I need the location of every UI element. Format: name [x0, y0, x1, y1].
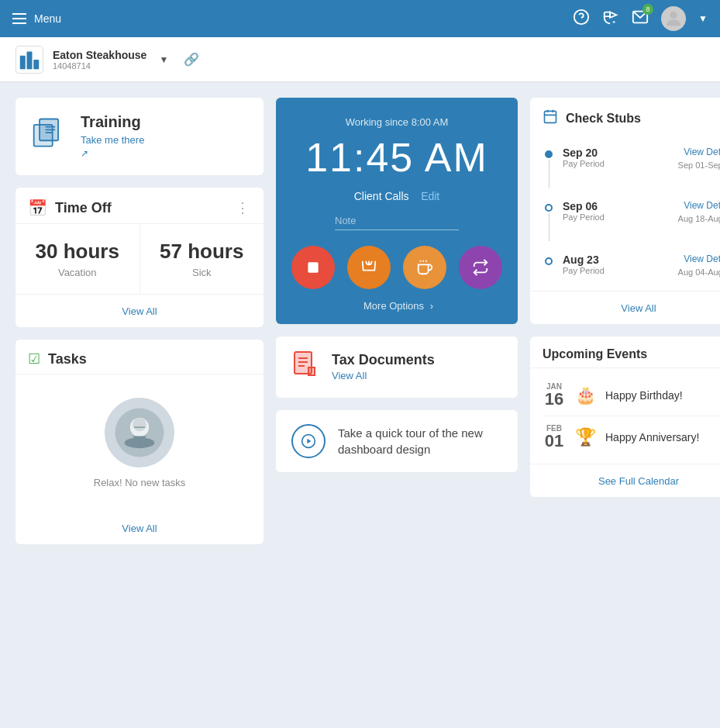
help-icon[interactable] — [573, 9, 590, 29]
see-full-calendar-link[interactable]: See Full Calendar — [598, 475, 679, 487]
company-logo — [16, 46, 43, 74]
checkstubs-viewall: View All — [530, 291, 720, 324]
stub-info-2: Sep 06 Pay Period — [563, 200, 605, 225]
stub-timeline-1 — [543, 147, 555, 188]
timeoff-viewall-link[interactable]: View All — [122, 305, 157, 317]
tasks-empty-text: Relax! No new tasks — [23, 477, 256, 488]
stub-dot-2 — [545, 204, 553, 212]
stub-date-1: Sep 20 — [563, 147, 605, 159]
stub-period-3: Aug 04-Aug 17 — [678, 267, 720, 277]
company-link-icon[interactable]: 🔗 — [184, 52, 199, 67]
megaphone-icon[interactable] — [602, 9, 619, 29]
stub-item-3: Aug 23 Pay Period View Details Aug 04-Au… — [543, 247, 720, 285]
stub-link-2[interactable]: View Details — [678, 200, 720, 211]
stub-period-label-1: Pay Period — [563, 159, 605, 168]
tasks-empty-image — [105, 398, 174, 468]
stub-line-2 — [549, 213, 549, 241]
stub-content-2: Sep 06 Pay Period View Details Aug 18-Au… — [563, 200, 720, 225]
event-text-2: Happy Anniversary! — [605, 431, 699, 443]
events-footer: See Full Calendar — [530, 464, 720, 497]
event-item-2: FEB 01 🏆 Happy Anniversary! — [543, 416, 720, 457]
tour-play-icon[interactable] — [291, 424, 326, 458]
timeoff-stats: 30 hours Vacation 57 hours Sick — [16, 224, 264, 295]
stub-link-3[interactable]: View Details — [678, 254, 720, 264]
checkstubs-title: Check Stubs — [566, 112, 641, 126]
timeoff-viewall: View All — [16, 295, 264, 327]
company-dropdown-arrow[interactable]: ▼ — [159, 54, 168, 65]
training-text: Training Take me there ↗ — [81, 113, 144, 160]
sick-stat: 57 hours Sick — [140, 224, 264, 294]
tour-text[interactable]: Take a quick tour of the new dashboard d… — [338, 425, 502, 457]
stub-line-1 — [549, 160, 549, 188]
stub-dot-1 — [545, 150, 553, 158]
event-text-1: Happy Birthday! — [605, 389, 683, 402]
svg-rect-20 — [308, 262, 318, 272]
tax-documents-card: Tax Documents View All — [276, 336, 518, 398]
svg-rect-7 — [33, 60, 39, 69]
menu-label[interactable]: Menu — [34, 12, 61, 25]
tax-document-icon — [291, 350, 319, 384]
clock-activity-name: Client Calls — [354, 190, 409, 202]
checkstubs-viewall-link[interactable]: View All — [621, 302, 656, 314]
checkstubs-icon — [543, 109, 558, 128]
more-options[interactable]: More Options › — [291, 300, 502, 312]
company-info: Eaton Steakhouse 14048714 — [53, 49, 146, 71]
tasks-viewall-link[interactable]: View All — [122, 523, 157, 534]
training-card: Training Take me there ↗ — [16, 98, 264, 175]
clock-lunch-button[interactable] — [347, 246, 391, 289]
clock-edit-link[interactable]: Edit — [421, 190, 439, 202]
avatar-dropdown-icon[interactable]: ▼ — [698, 13, 708, 24]
stub-period-1: Sep 01-Sep 14 — [678, 160, 720, 170]
top-navigation: Menu 8 ▼ — [0, 0, 720, 37]
event-date-2: FEB 01 — [543, 424, 566, 450]
clock-break-button[interactable] — [403, 246, 446, 289]
birthday-icon: 🎂 — [575, 385, 596, 405]
check-stubs-card: Check Stubs ⋮ Sep 20 Pay Period — [530, 98, 720, 324]
tax-title: Tax Documents — [332, 352, 435, 368]
external-link-icon: ↗ — [81, 148, 88, 159]
tasks-card: ☑ Tasks Relax! No new tasks Vi — [16, 340, 264, 544]
training-link[interactable]: Take me there — [81, 134, 144, 146]
events-list: JAN 16 🎂 Happy Birthday! FEB 01 🏆 Happy … — [530, 368, 720, 464]
svg-rect-14 — [45, 132, 52, 133]
stub-period-label-2: Pay Period — [563, 212, 605, 222]
clock-stop-button[interactable] — [291, 246, 335, 289]
tax-viewall-link[interactable]: View All — [332, 370, 367, 381]
svg-rect-12 — [45, 126, 55, 127]
upcoming-events-card: Upcoming Events JAN 16 🎂 Happy Birthday!… — [530, 336, 720, 497]
company-name: Eaton Steakhouse — [53, 49, 146, 61]
stub-date-2: Sep 06 — [563, 200, 605, 212]
vacation-stat: 30 hours Vacation — [16, 224, 140, 294]
timeoff-card: 📅 Time Off ⋮ 30 hours Vacation 57 hours … — [16, 188, 264, 327]
checkstubs-header-left: Check Stubs — [543, 109, 641, 128]
vacation-hours: 30 hours — [23, 240, 132, 264]
timeoff-header: 📅 Time Off ⋮ — [16, 188, 264, 224]
menu-icon[interactable] — [12, 13, 26, 24]
company-id: 14048714 — [53, 61, 146, 71]
stub-dot-3 — [545, 257, 553, 265]
stub-info-3: Aug 23 Pay Period — [563, 254, 605, 278]
middle-column: Working since 8:00 AM 11:45 AM Client Ca… — [276, 98, 518, 544]
timeoff-calendar-icon: 📅 — [28, 198, 47, 217]
events-title: Upcoming Events — [543, 347, 647, 361]
check-icon: ☑ — [28, 350, 40, 367]
stub-link-1[interactable]: View Details — [678, 147, 720, 157]
clock-activity: Client Calls Edit — [291, 190, 502, 202]
clock-action-buttons — [291, 246, 502, 289]
tasks-title: Tasks — [48, 351, 87, 367]
svg-point-4 — [670, 12, 677, 19]
svg-marker-30 — [307, 439, 311, 444]
checkstubs-header: Check Stubs ⋮ — [530, 98, 720, 134]
company-bar: Eaton Steakhouse 14048714 ▼ 🔗 — [0, 37, 720, 82]
user-avatar[interactable] — [661, 6, 686, 31]
clock-switch-button[interactable] — [459, 246, 502, 289]
clock-note-input[interactable] — [335, 212, 459, 230]
timeoff-menu-icon[interactable]: ⋮ — [236, 199, 251, 216]
clock-note — [291, 212, 502, 230]
stub-right-3: View Details Aug 04-Aug 17 — [678, 254, 720, 278]
mail-icon[interactable]: 8 — [632, 9, 649, 29]
training-icon — [31, 115, 68, 159]
event-date-1: JAN 16 — [543, 382, 566, 408]
chevron-right-icon: › — [427, 300, 433, 312]
svg-point-18 — [133, 418, 146, 432]
